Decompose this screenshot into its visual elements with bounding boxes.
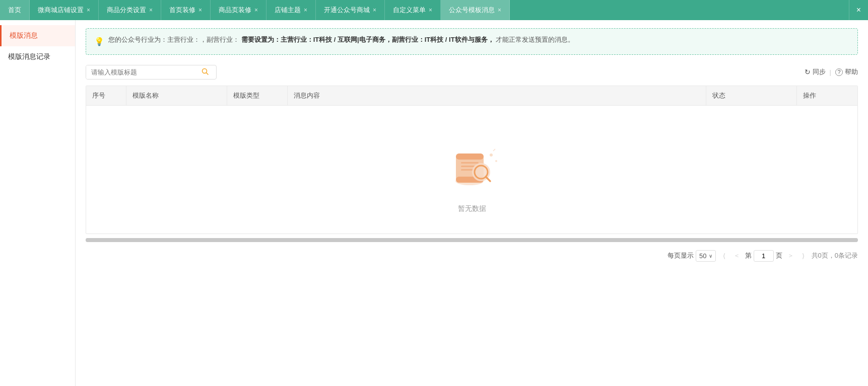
scrollbar-thumb[interactable] — [86, 238, 858, 242]
last-page-button[interactable]: ⟩ — [799, 251, 808, 261]
tab-product-category[interactable]: 商品分类设置× — [99, 0, 161, 20]
page-nav: ⟨ ＜ 第 页 ＞ ⟩ — [720, 250, 808, 262]
table-col-name: 模版名称 — [126, 86, 227, 105]
help-icon: ? — [835, 68, 843, 76]
horizontal-scrollbar[interactable] — [86, 238, 858, 242]
tab-template-msg[interactable]: 公众号模板消息× — [441, 0, 510, 20]
tab-close-open-mall[interactable]: × — [373, 7, 376, 14]
sync-icon: ↻ — [805, 68, 811, 76]
tab-store-theme[interactable]: 店铺主题× — [266, 0, 316, 20]
notice-icon: 💡 — [94, 35, 104, 48]
svg-point-13 — [495, 160, 497, 162]
sync-button[interactable]: ↻ 同步 — [805, 67, 826, 76]
page-size-value: 50 — [699, 252, 706, 260]
svg-line-14 — [493, 149, 495, 151]
svg-rect-4 — [456, 153, 484, 160]
search-actions: ↻ 同步 | ? 帮助 — [805, 67, 858, 76]
divider: | — [830, 68, 831, 76]
sidebar-item-template-msg-record[interactable]: 模版消息记录 — [0, 46, 75, 67]
page-label: 第 — [745, 251, 752, 260]
tab-product-decor[interactable]: 商品页装修× — [211, 0, 266, 20]
table: 序号模版名称模版类型消息内容状态操作 — [86, 86, 858, 234]
tab-bar: 首页微商城店铺设置×商品分类设置×首页装修×商品页装修×店铺主题×开通公众号商城… — [0, 0, 868, 20]
notice-text: 您的公众号行业为：主营行业：，副营行业： 需要设置为：主营行业：IT科技 / 互… — [108, 35, 574, 45]
search-field-wrapper — [86, 65, 217, 80]
help-button[interactable]: ? 帮助 — [835, 67, 858, 76]
table-col-index: 序号 — [86, 86, 126, 105]
tab-home[interactable]: 首页 — [0, 0, 30, 20]
notice-banner: 💡 您的公众号行业为：主营行业：，副营行业： 需要设置为：主营行业：IT科技 /… — [86, 28, 858, 55]
tab-close-product-category[interactable]: × — [149, 7, 153, 14]
tab-close-template-msg[interactable]: × — [498, 7, 501, 14]
total-info: 共0页，0条记录 — [812, 251, 858, 260]
content-area: 💡 您的公众号行业为：主营行业：，副营行业： 需要设置为：主营行业：IT科技 /… — [76, 20, 868, 386]
table-header: 序号模版名称模版类型消息内容状态操作 — [86, 86, 857, 106]
page-unit: 页 — [776, 251, 782, 260]
search-button[interactable] — [197, 67, 213, 77]
table-col-action: 操作 — [797, 86, 857, 105]
svg-rect-6 — [461, 162, 479, 164]
tab-custom-menu[interactable]: 自定义菜单× — [385, 0, 441, 20]
sidebar: 模版消息模版消息记录 — [0, 20, 76, 386]
svg-rect-7 — [461, 166, 475, 167]
table-col-type: 模版类型 — [227, 86, 288, 105]
page-size-select-box[interactable]: 50 ∨ — [696, 250, 715, 262]
tab-wsc-store[interactable]: 微商城店铺设置× — [30, 0, 99, 20]
tab-home-decor[interactable]: 首页装修× — [161, 0, 211, 20]
tab-open-mall[interactable]: 开通公众号商城× — [316, 0, 385, 20]
tab-close-custom-menu[interactable]: × — [429, 7, 432, 14]
svg-line-1 — [207, 72, 209, 74]
tab-close-wsc-store[interactable]: × — [87, 7, 90, 14]
page-size-selector: 每页显示 50 ∨ — [667, 250, 715, 262]
tab-close-store-theme[interactable]: × — [304, 7, 307, 14]
tab-close-home-decor[interactable]: × — [198, 7, 202, 14]
empty-state: 暂无数据 — [86, 106, 857, 234]
next-page-button[interactable]: ＞ — [784, 250, 797, 261]
tab-close-product-decor[interactable]: × — [254, 7, 258, 14]
search-icon — [201, 67, 209, 75]
empty-illustration — [442, 136, 502, 196]
help-label: 帮助 — [845, 67, 858, 76]
svg-point-12 — [490, 153, 493, 157]
search-bar: ↻ 同步 | ? 帮助 — [86, 65, 858, 80]
page-number-input[interactable] — [754, 250, 774, 262]
table-col-status: 状态 — [706, 86, 797, 105]
main-layout: 模版消息模版消息记录 💡 您的公众号行业为：主营行业：，副营行业： 需要设置为：… — [0, 20, 868, 386]
prev-page-button[interactable]: ＜ — [730, 250, 743, 261]
sidebar-item-template-msg[interactable]: 模版消息 — [0, 25, 75, 46]
pagination: 每页显示 50 ∨ ⟨ ＜ 第 页 ＞ ⟩ 共0页，0条记录 — [86, 250, 858, 262]
table-col-content: 消息内容 — [288, 86, 706, 105]
sync-label: 同步 — [813, 67, 826, 76]
per-page-label: 每页显示 — [667, 251, 694, 260]
first-page-button[interactable]: ⟨ — [720, 251, 728, 261]
search-input[interactable] — [86, 65, 197, 79]
chevron-down-icon: ∨ — [709, 253, 712, 259]
global-close-button[interactable]: × — [849, 0, 868, 20]
empty-text: 暂无数据 — [458, 204, 486, 213]
